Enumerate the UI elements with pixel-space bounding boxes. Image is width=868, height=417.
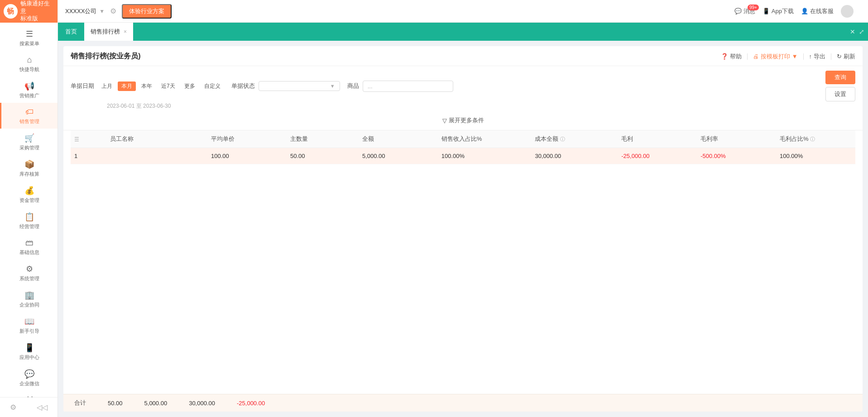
- company-selector[interactable]: XXXXX公司 ▼: [65, 7, 105, 15]
- print-icon: 🖨: [753, 53, 759, 60]
- query-button[interactable]: 查询: [825, 71, 855, 84]
- tab-close-icon[interactable]: ×: [124, 29, 127, 35]
- sidebar-item-operation[interactable]: 📋 经营管理: [0, 207, 58, 234]
- refresh-icon: ↻: [837, 53, 842, 60]
- date-opt-thismonth[interactable]: 本月: [118, 81, 136, 91]
- sales-icon: 🏷: [25, 107, 34, 117]
- th-avgprice: 平均单价: [207, 130, 287, 148]
- marketing-icon: 📢: [24, 81, 34, 91]
- topbar-gear-icon[interactable]: ⚙: [110, 7, 116, 15]
- sidebar-item-purchase[interactable]: 🛒 采购管理: [0, 129, 58, 155]
- refresh-button[interactable]: ↻ 刷新: [837, 53, 855, 61]
- operation-icon: 📋: [24, 212, 34, 222]
- tabbar: 首页 销售排行榜 × ✕ ⤢: [58, 23, 868, 41]
- finance-icon: 💰: [24, 186, 34, 196]
- ranking-table: ☰ 员工名称 平均单价 主数量 全额 销售收入占比% 成本全额 ⓘ 毛利: [71, 130, 855, 164]
- date-opt-thisyear[interactable]: 本年: [138, 81, 156, 91]
- date-opt-custom[interactable]: 自定义: [201, 81, 224, 91]
- status-select[interactable]: ▼: [259, 81, 340, 91]
- sidebar-item-system[interactable]: ⚙ 系统管理: [0, 259, 58, 286]
- basicinfo-icon: 🗃: [25, 238, 34, 248]
- tab-restore-icon[interactable]: ⤢: [859, 28, 864, 35]
- goods-input-value: ...: [368, 83, 373, 90]
- sidebar-item-marketing[interactable]: 📢 营销推广: [0, 77, 58, 103]
- print-arrow-icon: ▼: [792, 53, 798, 60]
- th-gross: 毛利: [618, 130, 697, 148]
- date-opt-lastmonth[interactable]: 上月: [98, 81, 116, 91]
- cell-name: [106, 148, 207, 164]
- footer-qty: 50.00: [108, 400, 123, 407]
- sidebar-item-search[interactable]: ☰ 搜索菜单: [0, 24, 58, 51]
- sidebar-bottom: ⚙ ◁◁: [0, 397, 58, 417]
- company-arrow-icon: ▼: [99, 8, 105, 14]
- cell-qty: 50.00: [287, 148, 359, 164]
- grosspct-info-icon[interactable]: ⓘ: [810, 136, 815, 142]
- sidebar-item-finance[interactable]: 💰 资金管理: [0, 181, 58, 207]
- company-name: XXXXX公司: [65, 7, 96, 15]
- logo-text: 畅康通好生意 标准版: [20, 0, 54, 23]
- help-button[interactable]: ❓ 帮助: [721, 53, 742, 61]
- avatar[interactable]: [841, 5, 854, 18]
- message-icon: 💬: [734, 8, 742, 14]
- tab-home[interactable]: 首页: [58, 23, 84, 41]
- query-area: 查询 设置: [825, 71, 855, 101]
- page-header: 销售排行榜(按业务员) ❓ 帮助 🖨 按模板打印 ▼ ↑: [63, 46, 863, 66]
- date-range-display: 2023-06-01 至 2023-06-30: [107, 103, 171, 109]
- collapse-sidebar-icon[interactable]: ◁◁: [33, 401, 51, 413]
- goods-input[interactable]: ...: [363, 81, 453, 92]
- date-options: 上月 本月 本年 近7天 更多 自定义: [98, 81, 224, 91]
- action-divider3: [831, 53, 831, 60]
- online-service-button[interactable]: 👤 在线客服: [801, 7, 834, 15]
- goods-filter-group: 商品 ...: [347, 81, 453, 92]
- column-settings-icon[interactable]: ☰: [74, 136, 79, 143]
- purchase-icon: 🛒: [24, 133, 34, 143]
- topbar: XXXXX公司 ▼ ⚙ 体验行业方案 💬 消息 99+ 📱 App下载 👤 在线…: [58, 0, 868, 23]
- logo-icon: 畅: [4, 4, 18, 19]
- sidebar-item-basicinfo[interactable]: 🗃 基础信息: [0, 234, 58, 259]
- sidebar-item-sales[interactable]: 🏷 销售管理: [0, 103, 58, 129]
- appcenter-icon: 📱: [24, 343, 34, 353]
- cell-grosspct: 100.00%: [776, 148, 855, 164]
- sidebar-logo: 畅 畅康通好生意 标准版: [0, 0, 58, 23]
- table-header-row: ☰ 员工名称 平均单价 主数量 全额 销售收入占比% 成本全额 ⓘ 毛利: [71, 130, 855, 148]
- th-salespct: 销售收入占比%: [438, 130, 532, 148]
- search-orders-icon: ☰: [26, 29, 33, 39]
- sidebar-item-wechat[interactable]: 💬 企业微信: [0, 364, 58, 391]
- sidebar-item-inventory[interactable]: 📦 库存核算: [0, 155, 58, 181]
- sidebar-item-enterprise[interactable]: 🏢 企业协同: [0, 286, 58, 312]
- cost-info-icon[interactable]: ⓘ: [560, 136, 565, 142]
- action-divider: [747, 53, 748, 60]
- sidebar-item-quicknav[interactable]: ⌂ 快捷导航: [0, 51, 58, 77]
- th-cost: 成本全额 ⓘ: [531, 130, 618, 148]
- date-opt-7days[interactable]: 近7天: [158, 81, 179, 91]
- th-amount: 全额: [359, 130, 438, 148]
- date-opt-more[interactable]: 更多: [181, 81, 199, 91]
- footer-cost: 30,000.00: [189, 400, 215, 407]
- status-filter-label: 单据状态: [231, 82, 255, 90]
- footer-gross: -25,000.00: [237, 400, 265, 407]
- table-area: ☰ 员工名称 平均单价 主数量 全额 销售收入占比% 成本全额 ⓘ 毛利: [63, 130, 863, 394]
- th-rank: ☰: [71, 130, 106, 148]
- cell-gross: -25,000.00: [618, 148, 697, 164]
- sidebar-item-guide[interactable]: 📖 新手引导: [0, 312, 58, 338]
- table-row: 1 100.00 50.00 5,000.00 100.00% 30,000.0…: [71, 148, 855, 164]
- page-container: 销售排行榜(按业务员) ❓ 帮助 🖨 按模板打印 ▼ ↑: [63, 46, 863, 412]
- app-download-button[interactable]: 📱 App下载: [762, 7, 794, 15]
- topbar-right: 💬 消息 99+ 📱 App下载 👤 在线客服: [734, 5, 861, 18]
- tab-sales-ranking[interactable]: 销售排行榜 ×: [84, 23, 133, 41]
- filter-bar: 单据日期 上月 本月 本年 近7天 更多 自定义 单据状态: [63, 66, 863, 130]
- sidebar-item-member[interactable]: V 畅会员: [0, 391, 58, 397]
- setting-button[interactable]: 设置: [825, 87, 855, 101]
- tab-close-window-icon[interactable]: ✕: [850, 28, 855, 35]
- expand-filter-button[interactable]: ▽ 展开更多条件: [71, 114, 855, 125]
- sidebar-item-appcenter[interactable]: 📱 应用中心: [0, 338, 58, 364]
- print-button[interactable]: 🖨 按模板打印 ▼: [753, 53, 798, 61]
- export-button[interactable]: ↑ 导出: [809, 53, 826, 61]
- trial-button[interactable]: 体验行业方案: [122, 4, 172, 19]
- settings-bottom-icon[interactable]: ⚙: [6, 401, 20, 413]
- help-icon: ❓: [721, 53, 728, 60]
- message-button[interactable]: 💬 消息 99+: [734, 7, 755, 15]
- th-grosspct: 毛利占比% ⓘ: [776, 130, 855, 148]
- cell-grossrate: -500.00%: [697, 148, 776, 164]
- date-filter-group: 单据日期 上月 本月 本年 近7天 更多 自定义: [71, 81, 224, 91]
